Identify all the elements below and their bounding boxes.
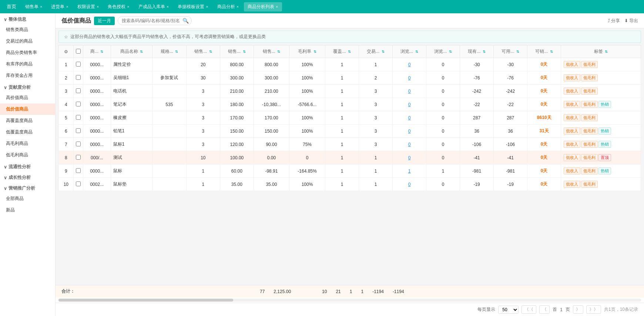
- sidebar-group-marketing[interactable]: ∨ 营销推广分析: [0, 182, 55, 193]
- sidebar-item-inventory-capital[interactable]: 库存资金占用: [0, 70, 55, 81]
- sidebar-item-low-coverage[interactable]: 低覆盖度商品: [0, 126, 55, 138]
- row-checkbox-cell[interactable]: [73, 58, 83, 71]
- sidebar-item-stocked[interactable]: 有库序的商品: [0, 58, 55, 70]
- prev-page-btn[interactable]: 〈: [539, 305, 550, 314]
- sidebar-item-all-products[interactable]: 全部商品: [0, 193, 55, 204]
- sidebar-item-new-products[interactable]: 新品: [0, 204, 55, 216]
- row-view1[interactable]: 0: [393, 138, 426, 151]
- sidebar-item-high-value[interactable]: 高价值商品: [0, 92, 55, 103]
- col-name[interactable]: 商品名称 ⇅: [111, 45, 152, 58]
- row-checkbox[interactable]: [76, 155, 81, 160]
- nav-close-analysis[interactable]: ×: [237, 4, 239, 9]
- export-button[interactable]: ⬇ 导出: [624, 18, 638, 24]
- row-checkbox-cell[interactable]: [73, 125, 83, 138]
- sidebar-group-overall[interactable]: ∨ 整体信息: [0, 13, 55, 24]
- sidebar-group-circulation[interactable]: ∨ 流通性分析: [0, 161, 55, 171]
- row-checkbox[interactable]: [76, 88, 81, 93]
- nav-close-roles[interactable]: ×: [127, 4, 129, 9]
- view1-link[interactable]: 0: [408, 62, 411, 67]
- row-view1[interactable]: 0: [393, 85, 426, 98]
- row-checkbox[interactable]: [76, 75, 81, 80]
- row-view1[interactable]: 0: [393, 178, 426, 191]
- row-checkbox[interactable]: [76, 62, 81, 67]
- nav-home[interactable]: 首页: [3, 2, 20, 11]
- col-checkbox[interactable]: [73, 45, 83, 58]
- nav-close-permissions[interactable]: ×: [97, 4, 99, 9]
- col-view1[interactable]: 浏览... ⇅: [393, 45, 426, 58]
- col-gear[interactable]: ⚙: [59, 45, 74, 58]
- row-checkbox[interactable]: [76, 168, 81, 173]
- nav-close-sales[interactable]: ×: [40, 4, 42, 9]
- col-view2[interactable]: 浏览... ⇅: [426, 45, 460, 58]
- row-view1[interactable]: 0: [393, 111, 426, 125]
- nav-product-stock[interactable]: 产成品入库单 ×: [135, 2, 172, 11]
- period-button[interactable]: 近一月: [94, 17, 115, 25]
- row-checkbox[interactable]: [76, 115, 81, 120]
- view1-link[interactable]: 0: [408, 89, 411, 94]
- col-sale-total[interactable]: 销售... ⇅: [254, 45, 289, 58]
- col-coverage[interactable]: 覆盖... ⇅: [325, 45, 359, 58]
- search-icon[interactable]: 🔍: [182, 18, 189, 24]
- sidebar-item-low-margin[interactable]: 低毛利商品: [0, 149, 55, 161]
- row-checkbox-cell[interactable]: [73, 98, 83, 111]
- row-checkbox-cell[interactable]: [73, 111, 83, 125]
- view1-link[interactable]: 0: [408, 155, 411, 160]
- row-checkbox-cell[interactable]: [73, 71, 83, 85]
- row-checkbox-cell[interactable]: [73, 164, 83, 178]
- view1-link[interactable]: 0: [408, 102, 411, 107]
- col-code[interactable]: 商... ⇅: [83, 45, 111, 58]
- sidebar-item-category-sales[interactable]: 商品分类销售率: [0, 47, 55, 58]
- col-margin[interactable]: 毛利率 ⇅: [289, 45, 325, 58]
- nav-analysis-list[interactable]: 商品分析列表 ×: [244, 2, 282, 11]
- last-page-btn[interactable]: 〉〉: [586, 305, 601, 314]
- row-checkbox-cell[interactable]: [73, 138, 83, 151]
- sidebar-item-high-margin[interactable]: 高毛利商品: [0, 138, 55, 149]
- per-page-select[interactable]: 50 100 200: [498, 306, 519, 314]
- view1-link[interactable]: 1: [408, 169, 411, 174]
- gear-icon[interactable]: ⚙: [64, 49, 68, 54]
- nav-roles[interactable]: 角色授权 ×: [104, 2, 133, 11]
- col-current[interactable]: 现有... ⇅: [460, 45, 494, 58]
- row-view1[interactable]: 0: [393, 125, 426, 138]
- col-sale-qty[interactable]: 销售... ⇅: [186, 45, 220, 58]
- scrollbar-thumb[interactable]: [58, 299, 233, 302]
- sidebar-item-high-coverage[interactable]: 高覆盖度商品: [0, 115, 55, 126]
- row-view1[interactable]: 0: [393, 71, 426, 85]
- col-trade[interactable]: 交易... ⇅: [359, 45, 393, 58]
- scrollbar-track[interactable]: [58, 299, 641, 302]
- sidebar-group-contribution[interactable]: ∨ 贡献度分析: [0, 81, 55, 92]
- nav-sales[interactable]: 销售单 ×: [21, 2, 46, 11]
- col-available[interactable]: 可用... ⇅: [494, 45, 527, 58]
- table-container[interactable]: ⚙ 商... ⇅ 商品名称 ⇅ 规格... ⇅ 销售... ⇅ 销售... ⇅ …: [56, 43, 644, 285]
- nav-analysis[interactable]: 商品分析 ×: [214, 2, 242, 11]
- row-checkbox-cell[interactable]: [73, 178, 83, 191]
- sidebar-group-growth[interactable]: ∨ 成长性分析: [0, 171, 55, 182]
- col-sellable[interactable]: 可销... ⇅: [527, 45, 561, 58]
- view1-link[interactable]: 0: [408, 142, 411, 147]
- col-spec[interactable]: 规格... ⇅: [152, 45, 186, 58]
- nav-permissions[interactable]: 权限设置 ×: [74, 2, 103, 11]
- nav-close-template[interactable]: ×: [206, 4, 208, 9]
- row-checkbox[interactable]: [76, 181, 81, 186]
- row-checkbox-cell[interactable]: [73, 151, 83, 164]
- nav-template[interactable]: 单据模板设置 ×: [174, 2, 212, 11]
- row-checkbox-cell[interactable]: [73, 85, 83, 98]
- view1-link[interactable]: 0: [408, 75, 411, 81]
- view1-link[interactable]: 0: [408, 115, 411, 120]
- col-tags[interactable]: 标签 ⇅: [561, 45, 641, 58]
- share-button[interactable]: ⤴ 分享: [608, 18, 620, 24]
- view1-link[interactable]: 0: [408, 182, 411, 187]
- first-page-btn[interactable]: 〈〈: [521, 305, 536, 314]
- sidebar-item-traded[interactable]: 交易过的商品: [0, 35, 55, 47]
- col-sale-price[interactable]: 销售... ⇅: [220, 45, 254, 58]
- sidebar-item-sales-products[interactable]: 销售类商品: [0, 24, 55, 35]
- row-checkbox[interactable]: [76, 128, 81, 133]
- select-all-checkbox[interactable]: [76, 49, 81, 54]
- nav-close-purchase[interactable]: ×: [66, 4, 68, 9]
- nav-purchase[interactable]: 进货单 ×: [47, 2, 72, 11]
- row-checkbox[interactable]: [76, 142, 81, 146]
- nav-close-analysis-list[interactable]: ×: [276, 4, 278, 9]
- row-view1[interactable]: 0: [393, 98, 426, 111]
- view1-link[interactable]: 0: [408, 129, 411, 134]
- sidebar-item-low-value[interactable]: 低价值商品: [0, 103, 55, 115]
